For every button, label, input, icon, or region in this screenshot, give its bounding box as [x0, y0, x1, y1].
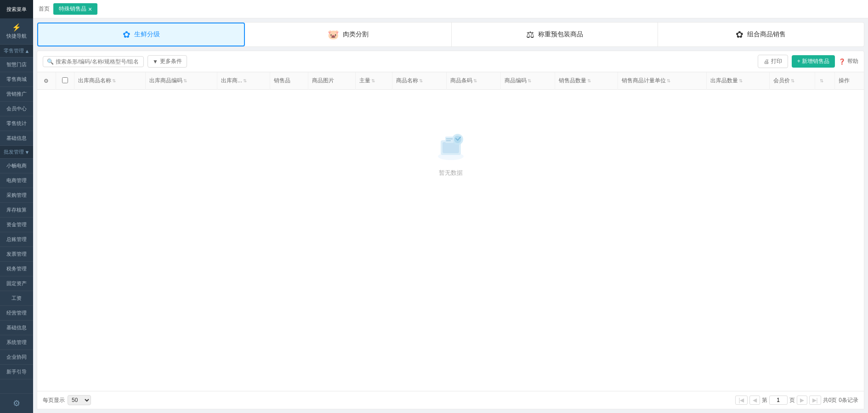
th-out-name[interactable]: 出库商品名称 ⇅ — [74, 72, 146, 90]
cat-tab-fresh-label: 生鲜分级 — [134, 30, 160, 39]
th-barcode[interactable]: 商品条码 ⇅ — [446, 72, 500, 90]
quicknav-icon: ⚡ — [12, 23, 21, 32]
select-all-checkbox[interactable] — [62, 77, 68, 83]
meat-icon: 🐷 — [328, 29, 339, 40]
sort-icon-11: ⇅ — [791, 78, 794, 83]
sidebar-item-tutorial[interactable]: 新手引导 — [0, 365, 33, 379]
home-link[interactable]: 首页 — [39, 5, 50, 13]
page-number-input[interactable] — [769, 396, 788, 405]
main-content: 首页 特殊销售品 × ✿ 生鲜分级 🐷 肉类分割 ⚖ 称重预包装商品 ✿ 组合商… — [33, 0, 868, 413]
sidebar-item-retailstat[interactable]: 零售统计 — [0, 116, 33, 131]
sidebar-item-bizmanage[interactable]: 经营管理 — [0, 306, 33, 321]
weigh-icon: ⚖ — [526, 29, 534, 40]
sidebar-item-tax[interactable]: 税务管理 — [0, 262, 33, 276]
search-box[interactable]: 🔍 — [43, 56, 144, 67]
sidebar-item-quicknav[interactable]: ⚡ 快捷导航 — [0, 18, 33, 45]
sort-icon-12: ⇅ — [820, 78, 823, 83]
chevron-icon: ▲ — [25, 48, 30, 54]
table-container: ⚙ 出库商品名称 ⇅ 出库商 — [37, 72, 864, 391]
sidebar: 搜索菜单 ⚡ 快捷导航 零售管理 ▲ 智慧门店 零售商城 营销推广 会员中心 零… — [0, 0, 33, 413]
th-empty[interactable]: ⇅ — [815, 72, 834, 90]
sort-icon-8: ⇅ — [587, 78, 591, 83]
help-button[interactable]: ❓ 帮助 — [839, 57, 858, 65]
sidebar-item-purchase[interactable]: 采购管理 — [0, 188, 33, 203]
empty-row: 暂无数据 — [37, 90, 864, 214]
chevron-down-icon: ▼ — [25, 149, 30, 155]
tab-label: 特殊销售品 — [59, 5, 86, 13]
sort-icon-4: ⇅ — [371, 78, 375, 83]
topbar: 首页 特殊销售品 × — [33, 0, 868, 18]
search-icon: 🔍 — [47, 58, 54, 65]
sidebar-item-smartstore[interactable]: 智慧门店 — [0, 57, 33, 72]
close-tab-icon[interactable]: × — [88, 6, 92, 12]
empty-text: 暂无数据 — [439, 169, 463, 177]
sidebar-item-membership[interactable]: 会员中心 — [0, 102, 33, 116]
sidebar-item-basicinfo2[interactable]: 基础信息 — [0, 321, 33, 335]
sidebar-item-basicinfo1[interactable]: 基础信息 — [0, 131, 33, 146]
sidebar-item-ecommercemgmt[interactable]: 电商管理 — [0, 173, 33, 188]
th-sales-unit[interactable]: 销售商品计量单位 ⇅ — [618, 72, 707, 90]
search-input[interactable] — [56, 58, 138, 65]
cat-tab-weigh[interactable]: ⚖ 称重预包装商品 — [452, 23, 658, 46]
sort-icon-9: ⇅ — [667, 78, 670, 83]
cat-tab-combo[interactable]: ✿ 组合商品销售 — [658, 23, 864, 46]
sidebar-item-sysmgmt[interactable]: 系统管理 — [0, 335, 33, 350]
filter-icon: ▼ — [153, 58, 158, 65]
th-sales-qty[interactable]: 销售品数量 ⇅ — [555, 72, 618, 90]
th-goods-name[interactable]: 商品名称 ⇅ — [392, 72, 446, 90]
sidebar-item-inventory[interactable]: 库存核算 — [0, 203, 33, 218]
th-checkbox[interactable] — [56, 72, 74, 90]
next-page-button[interactable]: ▶ — [797, 396, 807, 405]
svg-rect-5 — [445, 137, 454, 143]
total-pages: 共0页 — [823, 396, 837, 404]
th-out-code[interactable]: 出库商品编码 ⇅ — [146, 72, 217, 90]
fresh-icon: ✿ — [123, 29, 130, 40]
sidebar-item-fixedassets[interactable]: 固定资产 — [0, 276, 33, 291]
table-header-row: ⚙ 出库商品名称 ⇅ 出库商 — [37, 72, 864, 90]
cat-tab-meat[interactable]: 🐷 肉类分割 — [245, 23, 451, 46]
sort-icon-3: ⇅ — [243, 78, 247, 83]
per-page-label: 每页显示 — [43, 396, 65, 404]
help-icon: ❓ — [839, 58, 845, 65]
sort-icon-5: ⇅ — [419, 78, 423, 83]
th-main-qty[interactable]: 主量 ⇅ — [355, 72, 392, 90]
sidebar-item-ecommerce[interactable]: 小畅电商 — [0, 159, 33, 173]
first-page-button[interactable]: |◀ — [735, 396, 747, 405]
th-goods-code[interactable]: 商品编码 ⇅ — [500, 72, 555, 90]
settings-button[interactable]: ⚙ — [0, 393, 33, 413]
th-out-spec[interactable]: 出库商... ⇅ — [217, 72, 270, 90]
last-page-button[interactable]: ▶| — [809, 396, 821, 405]
print-button[interactable]: 🖨 打印 — [758, 55, 788, 68]
sidebar-item-finance[interactable]: 资金管理 — [0, 218, 33, 232]
sidebar-item-retailmall[interactable]: 零售商城 — [0, 72, 33, 87]
toolbar-right: 🖨 打印 + 新增销售品 ❓ 帮助 — [758, 55, 858, 68]
sort-icon-2: ⇅ — [183, 78, 187, 83]
sidebar-item-marketing[interactable]: 营销推广 — [0, 87, 33, 102]
sort-icon-6: ⇅ — [473, 78, 477, 83]
sidebar-item-ledger[interactable]: 总账管理 — [0, 232, 33, 247]
combo-icon: ✿ — [736, 29, 743, 40]
sort-icon-10: ⇅ — [739, 78, 743, 83]
sidebar-item-salary[interactable]: 工资 — [0, 291, 33, 306]
category-tabs: ✿ 生鲜分级 🐷 肉类分割 ⚖ 称重预包装商品 ✿ 组合商品销售 — [37, 22, 864, 47]
th-gear[interactable]: ⚙ — [37, 72, 56, 90]
filter-button[interactable]: ▼ 更多条件 — [148, 55, 187, 68]
th-out-qty[interactable]: 出库品数量 ⇅ — [707, 72, 770, 90]
sidebar-logo[interactable]: 搜索菜单 — [0, 0, 33, 18]
current-tab[interactable]: 特殊销售品 × — [53, 3, 97, 15]
sidebar-item-invoice[interactable]: 发票管理 — [0, 247, 33, 262]
cat-tab-meat-label: 肉类分割 — [343, 30, 369, 39]
pagination: 每页显示 10 20 50 100 |◀ ◀ 第 页 ▶ ▶| 共0页 0条记录 — [37, 391, 864, 409]
sidebar-section-wholesale[interactable]: 批发管理 ▼ — [0, 146, 33, 159]
prev-page-button[interactable]: ◀ — [749, 396, 760, 405]
add-sales-button[interactable]: + 新增销售品 — [792, 55, 835, 68]
th-member-price[interactable]: 会员价 ⇅ — [770, 72, 815, 90]
cat-tab-fresh[interactable]: ✿ 生鲜分级 — [37, 23, 245, 46]
sidebar-section-retail[interactable]: 零售管理 ▲ — [0, 45, 33, 57]
toolbar: 🔍 ▼ 更多条件 🖨 打印 + 新增销售品 ❓ 帮助 — [37, 51, 864, 72]
empty-illustration — [432, 126, 469, 163]
sort-icon-7: ⇅ — [528, 78, 531, 83]
per-page-select[interactable]: 10 20 50 100 — [68, 395, 91, 405]
sidebar-item-enterprise[interactable]: 企业协同 — [0, 350, 33, 365]
sort-icon: ⇅ — [112, 78, 116, 83]
